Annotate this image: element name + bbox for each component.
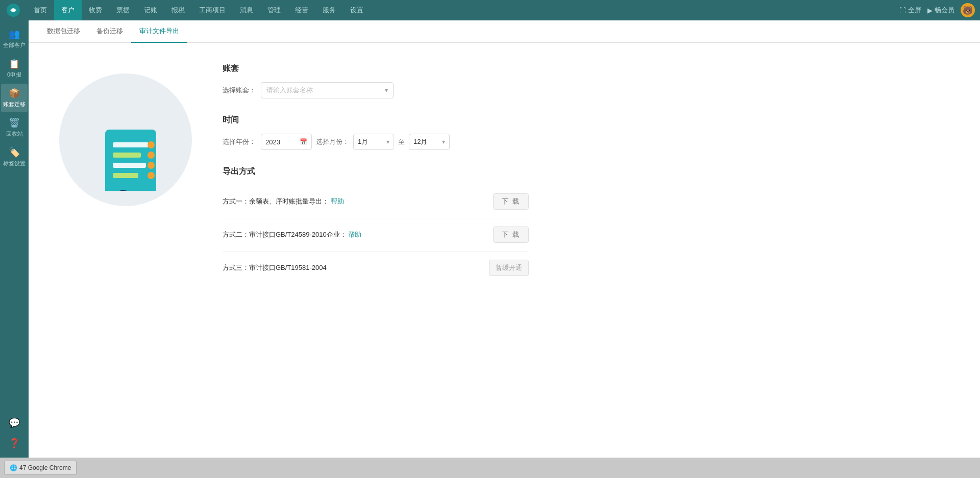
fullscreen-button[interactable]: ⛶ 全屏 <box>899 6 921 15</box>
illustration-svg <box>80 89 172 191</box>
time-section-title: 时间 <box>223 115 529 125</box>
page-content: 账套 选择账套： 请输入账套名称 ▾ 时间 选择年份： 2023 <box>29 43 980 458</box>
tab-bar: 数据包迁移 备份迁移 审计文件导出 <box>29 20 980 43</box>
account-row: 选择账套： 请输入账套名称 ▾ <box>223 82 529 98</box>
nav-right: ⛶ 全屏 ▶ 畅会员 🐻 <box>899 3 975 17</box>
illustration-area <box>59 63 192 437</box>
account-select[interactable]: 请输入账套名称 ▾ <box>261 82 394 98</box>
illustration-circle <box>59 73 192 206</box>
nav-item-customer[interactable]: 客户 <box>54 0 82 20</box>
nav-item-invoice[interactable]: 票据 <box>109 0 137 20</box>
content-area: 数据包迁移 备份迁移 审计文件导出 <box>29 20 980 458</box>
svg-rect-2 <box>105 130 156 191</box>
top-nav-items: 首页 客户 收费 票据 记账 报税 工商项目 消息 管理 经营 服务 设置 <box>27 0 899 20</box>
taskbar-chrome[interactable]: 🌐 47 Google Chrome <box>4 461 77 475</box>
method-1-label: 方式一：余额表、序时账批量导出： 帮助 <box>223 197 344 206</box>
export-method-2: 方式二：审计接口GB/T24589-2010企业： 帮助 下 载 <box>223 218 529 251</box>
vip-button[interactable]: ▶ 畅会员 <box>927 6 954 15</box>
account-migration-icon: 📦 <box>9 88 20 99</box>
taskbar: 🌐 47 Google Chrome <box>0 458 980 478</box>
method-1-download-button[interactable]: 下 载 <box>493 193 529 210</box>
month-end-value: 12月 <box>413 137 427 146</box>
svg-rect-6 <box>113 173 138 178</box>
chrome-label: 47 Google Chrome <box>19 464 71 471</box>
svg-point-7 <box>148 141 155 148</box>
sidebar-message-button[interactable]: 💬 <box>6 415 22 431</box>
sidebar: 👥 全部客户 📋 0申报 📦 账套迁移 🗑️ 回收站 🏷️ 标签设置 💬 ❓ <box>0 20 29 458</box>
method-3-label: 方式三：审计接口GB/T19581-2004 <box>223 263 327 272</box>
vip-icon: ▶ <box>927 7 933 14</box>
main-layout: 👥 全部客户 📋 0申报 📦 账套迁移 🗑️ 回收站 🏷️ 标签设置 💬 ❓ 数… <box>0 20 980 458</box>
svg-point-1 <box>12 9 15 12</box>
method-2-label: 方式二：审计接口GB/T24589-2010企业： 帮助 <box>223 230 361 239</box>
account-placeholder: 请输入账套名称 <box>266 86 313 95</box>
svg-point-9 <box>148 162 155 169</box>
time-row: 选择年份： 2023 📅 选择月份： 1月 ▾ 至 12月 <box>223 134 529 150</box>
sidebar-bottom: 💬 ❓ <box>6 415 22 458</box>
sidebar-item-account-migration[interactable]: 📦 账套迁移 <box>1 84 28 112</box>
recycle-icon: 🗑️ <box>9 117 20 129</box>
nav-item-home[interactable]: 首页 <box>27 0 54 20</box>
nav-item-message[interactable]: 消息 <box>233 0 260 20</box>
recycle-label: 回收站 <box>6 130 23 138</box>
tab-data-migration[interactable]: 数据包迁移 <box>39 20 88 43</box>
svg-rect-3 <box>113 142 149 147</box>
year-input[interactable]: 2023 📅 <box>261 134 312 150</box>
export-method-3: 方式三：审计接口GB/T19581-2004 暂缓开通 <box>223 251 529 284</box>
month-start-value: 1月 <box>358 137 368 146</box>
export-method-1: 方式一：余额表、序时账批量导出： 帮助 下 载 <box>223 185 529 218</box>
tab-backup-migration[interactable]: 备份迁移 <box>88 20 131 43</box>
nav-item-account[interactable]: 记账 <box>137 0 164 20</box>
year-label: 选择年份： <box>223 137 256 146</box>
user-avatar[interactable]: 🐻 <box>961 3 975 17</box>
all-customers-icon: 👥 <box>9 29 20 40</box>
sidebar-item-tag-settings[interactable]: 🏷️ 标签设置 <box>1 143 28 171</box>
method-2-download-button[interactable]: 下 载 <box>493 227 529 243</box>
svg-rect-4 <box>113 153 141 158</box>
time-controls: 2023 📅 选择月份： 1月 ▾ 至 12月 ▾ <box>261 134 450 150</box>
top-nav: 首页 客户 收费 票据 记账 报税 工商项目 消息 管理 经营 服务 设置 ⛶ … <box>0 0 980 20</box>
month-start-select[interactable]: 1月 ▾ <box>353 134 394 150</box>
nav-item-settings[interactable]: 设置 <box>343 0 371 20</box>
nav-item-tax[interactable]: 报税 <box>164 0 192 20</box>
calendar-icon: 📅 <box>300 138 307 145</box>
nav-item-manage[interactable]: 管理 <box>260 0 288 20</box>
year-value: 2023 <box>265 138 280 146</box>
svg-point-10 <box>148 172 155 179</box>
nav-item-operation[interactable]: 经营 <box>288 0 315 20</box>
month-end-chevron: ▾ <box>442 138 445 145</box>
sidebar-item-zero-report[interactable]: 📋 0申报 <box>1 54 28 83</box>
account-migration-label: 账套迁移 <box>3 100 26 108</box>
app-logo <box>5 2 21 18</box>
nav-item-service[interactable]: 服务 <box>315 0 343 20</box>
svg-point-8 <box>148 152 155 159</box>
tab-audit-export[interactable]: 审计文件导出 <box>131 20 187 43</box>
fullscreen-icon: ⛶ <box>899 7 906 14</box>
tag-settings-icon: 🏷️ <box>9 147 20 158</box>
account-select-chevron: ▾ <box>385 87 388 94</box>
nav-item-business[interactable]: 工商项目 <box>192 0 233 20</box>
method-2-help-link[interactable]: 帮助 <box>348 231 361 238</box>
form-area: 账套 选择账套： 请输入账套名称 ▾ 时间 选择年份： 2023 <box>223 63 529 437</box>
account-label: 选择账套： <box>223 86 256 95</box>
sidebar-item-recycle[interactable]: 🗑️ 回收站 <box>1 113 28 142</box>
all-customers-label: 全部客户 <box>3 41 26 49</box>
account-section-title: 账套 <box>223 63 529 74</box>
month-end-select[interactable]: 12月 ▾ <box>409 134 450 150</box>
method-1-help-link[interactable]: 帮助 <box>331 197 344 205</box>
zero-report-icon: 📋 <box>9 58 20 69</box>
export-section-title: 导出方式 <box>223 166 529 177</box>
sidebar-item-all-customers[interactable]: 👥 全部客户 <box>1 24 28 53</box>
svg-rect-5 <box>113 163 146 168</box>
sidebar-help-button[interactable]: ❓ <box>6 435 22 451</box>
chrome-icon: 🌐 <box>10 464 17 471</box>
month-start-chevron: ▾ <box>386 138 389 145</box>
vip-label: 畅会员 <box>935 6 954 15</box>
tag-settings-label: 标签设置 <box>3 160 26 167</box>
nav-item-fee[interactable]: 收费 <box>82 0 109 20</box>
month-label: 选择月份： <box>316 137 349 146</box>
zero-report-label: 0申报 <box>7 71 21 79</box>
method-3-coming-soon-button[interactable]: 暂缓开通 <box>489 260 529 276</box>
time-separator: 至 <box>398 137 405 146</box>
fullscreen-label: 全屏 <box>908 6 921 15</box>
